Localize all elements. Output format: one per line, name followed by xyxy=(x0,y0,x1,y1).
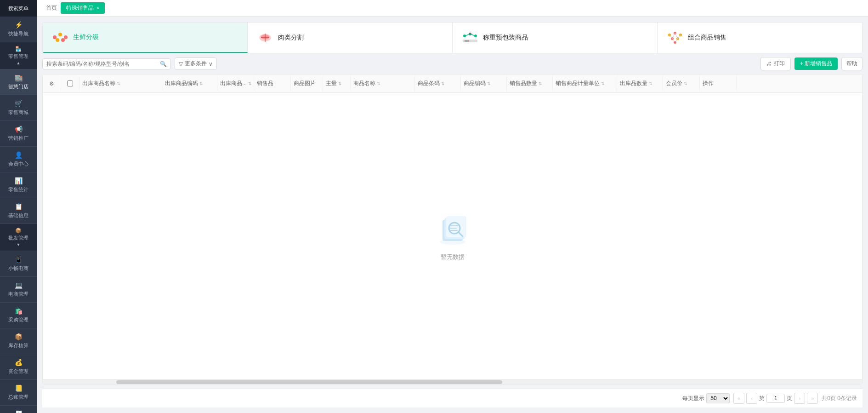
sidebar-item-retail-mall[interactable]: 🛒 零售商城 xyxy=(0,95,37,121)
sidebar-item-ecommerce[interactable]: 💻 电商管理 xyxy=(0,277,37,303)
select-all-checkbox[interactable] xyxy=(67,80,73,86)
page-content: 生鲜分级 肉类分割 xyxy=(37,17,868,413)
sidebar-item-label: 资金管理 xyxy=(8,368,28,375)
svg-line-25 xyxy=(678,35,681,39)
empty-text: 暂无数据 xyxy=(441,253,465,261)
th-operation: 操作 xyxy=(700,76,737,91)
svg-line-23 xyxy=(672,33,675,39)
print-button[interactable]: 🖨 打印 xyxy=(760,57,791,70)
active-tab[interactable]: 特殊销售品 × xyxy=(61,2,105,14)
th-setting[interactable]: ⚙ xyxy=(43,77,61,91)
inventory-icon: 📦 xyxy=(15,333,23,340)
sort-icon[interactable]: ⇅ xyxy=(601,81,605,86)
th-checkbox[interactable] xyxy=(61,77,79,90)
sidebar-item-marketing[interactable]: 📢 营销推广 xyxy=(0,121,37,147)
tab-combo-sales[interactable]: 组合商品销售 xyxy=(658,23,862,53)
first-page-button[interactable]: « xyxy=(733,393,744,404)
filter-label: 更多条件 xyxy=(185,60,207,68)
page-number-input[interactable] xyxy=(766,394,785,403)
page-nav: « ‹ 第 页 › » xyxy=(733,393,818,404)
sidebar-item-member[interactable]: 👤 会员中心 xyxy=(0,147,37,172)
per-page-select[interactable]: 50 10 20 100 xyxy=(706,393,730,403)
th-label: 销售品数量 xyxy=(510,80,537,87)
sidebar-item-retail-stats[interactable]: 📊 零售统计 xyxy=(0,172,37,198)
sort-icon[interactable]: ⇅ xyxy=(117,81,120,86)
prev-page-button[interactable]: ‹ xyxy=(746,393,757,404)
retail-mall-icon: 🛒 xyxy=(15,100,23,107)
help-button[interactable]: 帮助 xyxy=(841,57,862,70)
sidebar-item-quick-nav[interactable]: ⚡ 快捷导航 xyxy=(0,17,37,42)
empty-state: 暂无数据 xyxy=(43,93,862,379)
tab-cards: 生鲜分级 肉类分割 xyxy=(42,22,862,53)
sidebar-item-invoice[interactable]: 🧾 发票管理 xyxy=(0,406,37,413)
wholesale-icon: 📦 xyxy=(15,228,22,234)
home-link[interactable]: 首页 xyxy=(42,4,61,12)
svg-line-27 xyxy=(675,39,678,42)
svg-line-24 xyxy=(675,33,678,39)
th-label: 出库品数量 xyxy=(620,80,647,87)
sidebar-section-wholesale[interactable]: 📦 批发管理 ▼ xyxy=(0,224,37,251)
sort-icon[interactable]: ⇅ xyxy=(338,81,342,86)
sort-icon[interactable]: ⇅ xyxy=(487,81,491,86)
horizontal-scrollbar[interactable] xyxy=(43,379,862,384)
smart-store-icon: 🏬 xyxy=(15,74,23,81)
sort-icon[interactable]: ⇅ xyxy=(377,81,380,86)
table-header: ⚙ 出库商品名称 ⇅ 出库商品编码 ⇅ 出库商品... ⇅ xyxy=(43,75,862,93)
sidebar-section-retail[interactable]: 🏪 零售管理 ▲ xyxy=(0,42,37,69)
tab-fresh-grade[interactable]: 生鲜分级 xyxy=(43,23,248,53)
setting-icon: ⚙ xyxy=(49,80,54,87)
empty-image xyxy=(434,211,471,247)
sort-icon[interactable]: ⇅ xyxy=(248,81,252,86)
sort-icon[interactable]: ⇅ xyxy=(539,81,542,86)
th-label: 出库商品编码 xyxy=(165,80,198,87)
sort-icon[interactable]: ⇅ xyxy=(684,81,687,86)
add-button[interactable]: + 新增销售品 xyxy=(794,57,838,70)
sidebar-item-inventory[interactable]: 📦 库存核算 xyxy=(0,328,37,354)
svg-line-22 xyxy=(669,35,672,39)
sort-icon[interactable]: ⇅ xyxy=(649,81,652,86)
th-label: 商品名称 xyxy=(353,80,375,87)
search-icon[interactable]: 🔍 xyxy=(160,61,167,67)
sidebar-item-basic-info[interactable]: 📋 基础信息 xyxy=(0,198,37,224)
sidebar-item-micro-shop[interactable]: 📱 小畅电商 xyxy=(0,251,37,277)
sidebar-item-purchase[interactable]: 🛍️ 采购管理 xyxy=(0,303,37,328)
filter-button[interactable]: ▽ 更多条件 ∨ xyxy=(175,57,217,70)
print-label: 打印 xyxy=(774,60,785,68)
per-page-label: 每页显示 xyxy=(682,395,704,402)
sidebar-item-label: 小畅电商 xyxy=(8,265,28,272)
search-input[interactable] xyxy=(46,61,158,67)
th-label: 商品图片 xyxy=(294,80,316,87)
prev-page-icon: ‹ xyxy=(751,396,753,401)
tab-weight-prepack[interactable]: 称重预包装商品 xyxy=(453,23,658,53)
sort-icon[interactable]: ⇅ xyxy=(199,81,203,86)
sidebar-item-general-ledger[interactable]: 📒 总账管理 xyxy=(0,380,37,406)
last-page-button[interactable]: » xyxy=(807,393,818,404)
close-tab-icon[interactable]: × xyxy=(96,6,99,11)
th-sale-qty: 销售品数量 ⇅ xyxy=(507,76,553,91)
scrollbar-thumb[interactable] xyxy=(116,380,502,384)
table-container: ⚙ 出库商品名称 ⇅ 出库商品编码 ⇅ 出库商品... ⇅ xyxy=(42,74,862,385)
th-label: 销售商品计量单位 xyxy=(556,80,600,87)
next-page-button[interactable]: › xyxy=(794,393,805,404)
th-product-img: 商品图片 xyxy=(291,76,323,91)
th-sale-item: 销售品 xyxy=(254,76,291,91)
page-unit: 页 xyxy=(787,395,792,402)
svg-point-2 xyxy=(64,35,68,39)
first-page-icon: « xyxy=(738,396,740,401)
svg-rect-15 xyxy=(465,40,469,42)
sidebar-logo: 搜索菜单 xyxy=(0,0,37,17)
search-box[interactable]: 🔍 xyxy=(42,58,171,69)
add-label: + 新增销售品 xyxy=(800,60,832,68)
svg-point-4 xyxy=(61,38,65,42)
combo-sales-icon xyxy=(667,29,683,46)
sidebar-item-label: 零售统计 xyxy=(8,186,28,193)
wholesale-expand-icon: ▼ xyxy=(17,242,21,247)
sidebar-item-finance[interactable]: 💰 资金管理 xyxy=(0,354,37,380)
general-ledger-icon: 📒 xyxy=(15,384,23,392)
fresh-grade-icon xyxy=(52,29,68,46)
th-label: 出库商品... xyxy=(220,80,247,87)
sort-icon[interactable]: ⇅ xyxy=(441,81,445,86)
th-product-code: 商品编码 ⇅ xyxy=(461,76,507,91)
sidebar-item-smart-store[interactable]: 🏬 智慧门店 xyxy=(0,69,37,95)
tab-meat-cut[interactable]: 肉类分割 xyxy=(248,23,453,53)
